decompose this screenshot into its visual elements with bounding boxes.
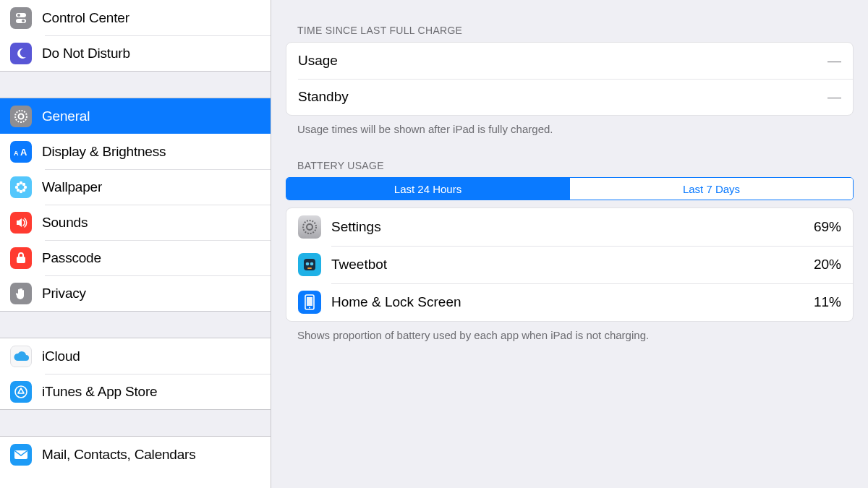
svg-point-10 [15, 185, 18, 188]
lock-icon [10, 247, 32, 269]
segment-last-7-days[interactable]: Last 7 Days [569, 178, 853, 200]
svg-point-12 [17, 182, 20, 185]
sidebar-group-1: Control Center Do Not Disturb [0, 0, 271, 72]
sidebar-item-label: Passcode [42, 250, 101, 266]
sidebar-item-label: Sounds [42, 215, 88, 231]
sidebar-item-label: Display & Brightness [42, 144, 166, 160]
settings-app: Control Center Do Not Disturb General AA [0, 0, 868, 488]
svg-text:A: A [14, 150, 19, 157]
svg-rect-17 [17, 257, 25, 263]
sidebar-item-label: Privacy [42, 286, 86, 301]
app-percent: 11% [814, 294, 841, 310]
svg-point-21 [307, 224, 312, 230]
app-name: Home & Lock Screen [331, 294, 814, 310]
sidebar-item-wallpaper[interactable]: Wallpaper [0, 169, 271, 205]
sidebar-group-3: iCloud iTunes & App Store [0, 338, 271, 410]
svg-point-11 [24, 185, 27, 188]
sidebar-item-label: iTunes & App Store [42, 384, 157, 400]
section-footer-time-since: Usage times will be shown after iPad is … [297, 123, 842, 135]
svg-point-1 [17, 14, 20, 17]
sidebar-item-label: iCloud [42, 348, 80, 364]
row-value: — [827, 53, 841, 69]
sidebar-item-display-brightness[interactable]: AA Display & Brightness [0, 134, 271, 169]
section-footer-battery-usage: Shows proportion of battery used by each… [297, 329, 842, 341]
sidebar-group-2: General AA Display & Brightness Wallpape… [0, 98, 271, 312]
row-usage[interactable]: Usage — [286, 43, 853, 79]
app-name: Tweetbot [331, 257, 814, 273]
section-header-battery-usage: BATTERY USAGE [297, 160, 842, 171]
app-percent: 69% [814, 219, 841, 235]
sidebar-gap [0, 410, 271, 436]
svg-point-24 [310, 262, 314, 266]
svg-point-9 [20, 189, 22, 192]
segment-last-24-hours[interactable]: Last 24 Hours [286, 178, 569, 200]
row-standby[interactable]: Standby — [286, 79, 853, 115]
svg-point-5 [19, 114, 24, 119]
sidebar-item-general[interactable]: General [0, 98, 271, 134]
svg-point-3 [22, 20, 25, 22]
app-row-home-lock-screen[interactable]: Home & Lock Screen 11% [286, 283, 853, 321]
section-header-time-since: TIME SINCE LAST FULL CHARGE [297, 25, 842, 36]
battery-usage-list: Settings 69% Tweetbot 20% Home & Lock Sc… [286, 207, 854, 322]
sidebar-item-passcode[interactable]: Passcode [0, 240, 271, 275]
mail-icon [10, 444, 32, 466]
svg-point-14 [17, 188, 20, 191]
settings-sidebar: Control Center Do Not Disturb General AA [0, 0, 271, 488]
app-row-settings[interactable]: Settings 69% [286, 208, 853, 246]
sidebar-item-itunes[interactable]: iTunes & App Store [0, 374, 271, 409]
svg-point-4 [15, 111, 27, 122]
speaker-icon [10, 212, 32, 234]
moon-icon [10, 43, 32, 64]
toggles-icon [10, 7, 32, 29]
svg-point-15 [22, 188, 25, 191]
svg-point-23 [306, 262, 310, 266]
sidebar-item-control-center[interactable]: Control Center [0, 0, 271, 35]
flower-icon [10, 176, 32, 198]
sidebar-item-privacy[interactable]: Privacy [0, 275, 271, 311]
svg-text:A: A [20, 147, 27, 157]
hand-icon [10, 283, 32, 304]
cloud-icon [10, 346, 32, 367]
row-value: — [827, 89, 841, 105]
appstore-icon [10, 381, 32, 403]
home-lock-app-icon [298, 291, 321, 314]
svg-point-13 [22, 182, 25, 185]
svg-point-16 [20, 185, 22, 188]
sidebar-gap [0, 72, 271, 98]
svg-rect-27 [307, 297, 312, 306]
detail-pane: TIME SINCE LAST FULL CHARGE Usage — Stan… [271, 0, 868, 488]
sidebar-item-do-not-disturb[interactable]: Do Not Disturb [0, 35, 271, 71]
row-label: Standby [298, 89, 827, 105]
app-name: Settings [331, 219, 814, 235]
text-size-icon: AA [10, 141, 32, 163]
sidebar-item-sounds[interactable]: Sounds [0, 205, 271, 240]
svg-rect-25 [307, 267, 312, 269]
svg-point-20 [303, 221, 316, 234]
sidebar-gap [0, 312, 271, 338]
sidebar-item-mail[interactable]: Mail, Contacts, Calendars [0, 437, 271, 472]
sidebar-item-label: General [42, 108, 90, 124]
sidebar-item-label: Do Not Disturb [42, 46, 130, 61]
sidebar-item-label: Wallpaper [42, 179, 102, 195]
sidebar-item-label: Control Center [42, 10, 129, 26]
app-row-tweetbot[interactable]: Tweetbot 20% [286, 246, 853, 283]
sidebar-item-icloud[interactable]: iCloud [0, 338, 271, 374]
tweetbot-app-icon [298, 253, 321, 276]
app-percent: 20% [814, 257, 841, 273]
svg-point-28 [309, 307, 310, 309]
battery-period-segmented: Last 24 Hours Last 7 Days [286, 177, 854, 200]
settings-app-icon [298, 215, 321, 239]
svg-point-8 [20, 181, 22, 184]
time-since-list: Usage — Standby — [286, 42, 854, 116]
gear-icon [10, 106, 32, 127]
sidebar-group-4: Mail, Contacts, Calendars [0, 436, 271, 472]
row-label: Usage [298, 53, 827, 69]
sidebar-item-label: Mail, Contacts, Calendars [42, 447, 196, 463]
